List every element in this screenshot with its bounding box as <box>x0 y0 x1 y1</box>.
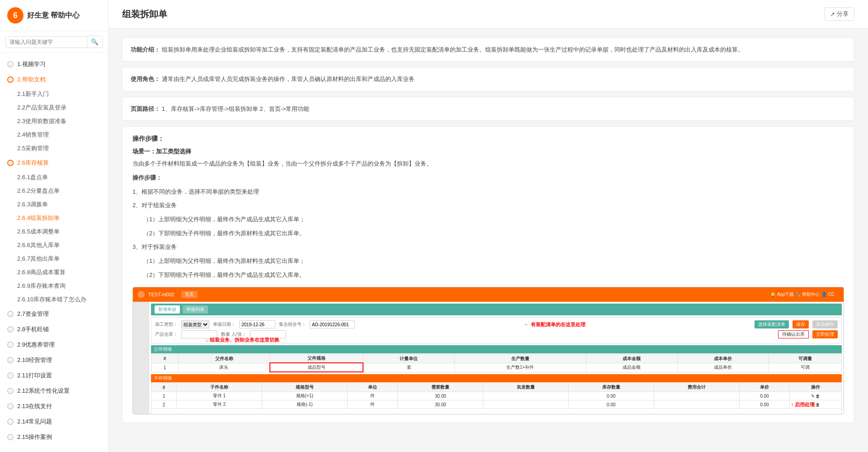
plus-icon-2-13: + <box>7 403 14 409</box>
mock-section-heading2: 子件明细 <box>151 374 842 382</box>
sidebar-item-2-9[interactable]: + 2.9优惠券管理 <box>0 337 108 352</box>
sidebar-item-2-7[interactable]: + 2.7资金管理 <box>0 306 108 322</box>
mock-th2-unit: 单位 <box>347 383 398 392</box>
sidebar-item-label-2-14: 2.14常见问题 <box>17 418 52 426</box>
mock-select-type[interactable]: 组装类型 拆卸类型 <box>181 320 209 328</box>
mock-th-cost: 成本金额 <box>586 354 677 363</box>
mock-th2-actions: 操作 <box>790 383 842 392</box>
mock-td2-aq2 <box>483 400 569 409</box>
plus-icon-2-15: + <box>7 434 14 440</box>
sidebar-item-2-13[interactable]: + 2.13在线支付 <box>0 399 108 414</box>
search-input[interactable] <box>5 36 87 48</box>
mock-th2-stockqty: 库存数量 <box>568 383 654 392</box>
mock-td2-unit2: 件 <box>347 400 398 409</box>
intro3-paths: 1、库存核算->库存管理->组装拆卸单 2、首页->常用功能 <box>162 105 310 112</box>
sidebar-sub-2-6-7[interactable]: 2.6.7其他出库单 <box>0 252 108 266</box>
sidebar-sub-2-2[interactable]: 2.2产品安装及登录 <box>0 101 108 114</box>
sidebar-item-label-2-10: 2.10经营管理 <box>17 356 52 364</box>
mock-td2-up1: 0.00 <box>739 392 790 400</box>
sidebar-sub-2-6-4[interactable]: 2.6.4组装拆卸单 <box>0 211 108 225</box>
sidebar-sub-2-3[interactable]: 2.3使用前数据准备 <box>0 114 108 128</box>
mock-td-name1: 床头 <box>179 363 270 372</box>
sidebar-item-2-12[interactable]: + 2.12系统个性化设置 <box>0 383 108 399</box>
search-button[interactable]: 🔍 <box>87 36 103 48</box>
mock-bottom-area: 子件明细 # 子件名称 规格型号 单位 需要数量 <box>151 374 842 414</box>
mock-finalize-btn[interactable]: 待确认出库 <box>778 330 809 338</box>
search-bar: 🔍 <box>0 31 108 53</box>
sidebar-item-2-8[interactable]: + 2.8手机旺铺 <box>0 322 108 337</box>
sidebar-item-2-10[interactable]: + 2.10经营管理 <box>0 352 108 368</box>
mock-td2-spec2: 规格(-1) <box>262 400 347 409</box>
mock-th-unitcost: 成本单价 <box>677 354 769 363</box>
step1: 1、根据不同的业务，选择不同单据的类型来处理 <box>132 186 844 198</box>
mock-td2-op1: ✎ 🗑 <box>790 392 842 400</box>
mock-btn-save[interactable]: 保存 <box>793 320 809 328</box>
sidebar-sub-2-6-6[interactable]: 2.6.6其他入库单 <box>0 238 108 252</box>
mock-btn-choose[interactable]: 选择装配清单 <box>755 320 789 328</box>
screenshot-inner: TEST-H002 首页 🔔 App下载 🔧 帮助中心 👤 CC 新增单据 单 <box>133 287 844 414</box>
mock-annotation2: ↓ 组装业务、拆卸业务在这里切换 <box>206 337 279 343</box>
sidebar-sub-2-6-3[interactable]: 2.6.3调拨单 <box>0 198 108 211</box>
steps-section: 操作步骤： 场景一：加工类型选择 当由多个子件材料组装成一个成品的业务为【组装】… <box>122 126 854 423</box>
sidebar-sub-2-6-1[interactable]: 2.6.1盘点单 <box>0 171 108 184</box>
sidebar-item-label-2-13: 2.13在线支付 <box>17 402 52 410</box>
sidebar-item-2-11[interactable]: + 2.11打印设置 <box>0 368 108 383</box>
mock-th-spec: 父件规格 <box>270 354 363 363</box>
plus-icon-2-7: + <box>7 311 14 317</box>
sidebar-sub-2-6-9[interactable]: 2.6.9库存账本查询 <box>0 279 108 293</box>
mock-section-heading: 父件明细 <box>151 345 842 353</box>
mock-td-uc1: 成品单价 <box>677 363 769 372</box>
mock-input-billno[interactable] <box>310 320 355 328</box>
mock-td2-spec1: 规格(+1) <box>262 392 347 400</box>
mock-td2-empty3 <box>151 409 842 414</box>
sidebar-item-video[interactable]: + 1.视频学习 <box>0 57 108 72</box>
sidebar-item-2-15[interactable]: + 2.15操作案例 <box>0 429 108 445</box>
share-button[interactable]: ↗ 分享 <box>824 7 854 21</box>
sidebar-sub-2-1[interactable]: 2.1新手入门 <box>0 87 108 101</box>
mock-input-date[interactable] <box>239 320 275 328</box>
mock-th2-needqty: 需要数量 <box>398 383 483 392</box>
sidebar-sub-2-6-2[interactable]: 2.6.2分量盘点单 <box>0 184 108 198</box>
mock-annotation3: ↑ 启用处理 <box>791 401 815 408</box>
mock-toolbar: 新增单据 单据列表 <box>151 304 842 315</box>
mock-td2-up2: 0.00 <box>739 400 790 409</box>
mock-nav: 首页 <box>181 291 198 298</box>
sidebar-item-2-6[interactable]: − 2.6库存核算 <box>0 155 108 171</box>
intro-box-3: 页面路径： 1、库存核算->库存管理->组装拆卸单 2、首页->常用功能 <box>122 97 854 121</box>
sidebar-sub-2-6-5[interactable]: 2.6.5成本调整单 <box>0 225 108 238</box>
plus-icon-2-14: + <box>7 419 14 425</box>
intro2-label: 使用角色： <box>131 76 160 82</box>
mock-btn-confirm[interactable]: 立即处理 <box>812 330 838 338</box>
mock-tab-new: 新增单据 <box>155 305 180 314</box>
sidebar-item-2-14[interactable]: + 2.14常见问题 <box>0 414 108 429</box>
mock-th-qty: 计量单位 <box>363 354 454 363</box>
content-area: 功能介绍： 组装拆卸单用来处理企业组装或拆卸等加工业务，支持有固定装配清单的产品… <box>108 29 868 452</box>
sidebar-sub-2-4[interactable]: 2.4销售管理 <box>0 128 108 142</box>
intro2-text: 通常由生产人员或库管人员完成拆装业务的操作，库管人员确认原材料的出库和产成品的入… <box>162 76 415 82</box>
mock-td2-sq1: 0.00 <box>568 392 654 400</box>
plus-icon-2-11: + <box>7 372 14 379</box>
sidebar-sub-2-6-8[interactable]: 2.6.8商品成本重算 <box>0 266 108 279</box>
mock-td-avail1: 可调 <box>769 363 841 372</box>
sidebar-sub-2-6-10[interactable]: 2.6.10库存账本错了怎么办 <box>0 293 108 306</box>
plus-icon-2-12: + <box>7 388 14 394</box>
minus-icon-docs: − <box>7 76 14 83</box>
mock-btn-other[interactable]: 其他操作 <box>812 320 838 328</box>
sidebar-item-label-2-12: 2.12系统个性化设置 <box>17 387 70 395</box>
sidebar-logo: 6 好生意 帮助中心 <box>0 0 108 31</box>
step3: 3、对于拆装业务 <box>132 242 844 253</box>
mock-th2-actualqty: 实发数量 <box>483 383 569 392</box>
mock-app-bar: TEST-H002 首页 🔔 App下载 🔧 帮助中心 👤 CC <box>133 287 844 302</box>
sidebar-item-docs[interactable]: − 2.帮助文档 <box>0 72 108 87</box>
ops-title2: 操作步骤： <box>132 172 844 184</box>
mock-td2-sq2: 0.00 <box>568 400 654 409</box>
sidebar-sub-2-5[interactable]: 2.5采购管理 <box>0 142 108 155</box>
page-title: 组装拆卸单 <box>122 8 167 20</box>
sidebar: 6 好生意 帮助中心 🔍 + 1.视频学习 − 2.帮助文档 2.1新手入门 2… <box>0 0 108 452</box>
sidebar-item-label-2-15: 2.15操作案例 <box>17 433 52 441</box>
mock-th-num: # <box>151 354 179 363</box>
mock-th2-num: # <box>151 383 177 392</box>
mock-td2-n2: 2 <box>151 400 177 409</box>
app-logo-text: 好生意 帮助中心 <box>27 11 80 20</box>
intro-box-2: 使用角色： 通常由生产人员或库管人员完成拆装业务的操作，库管人员确认原材料的出库… <box>122 67 854 91</box>
